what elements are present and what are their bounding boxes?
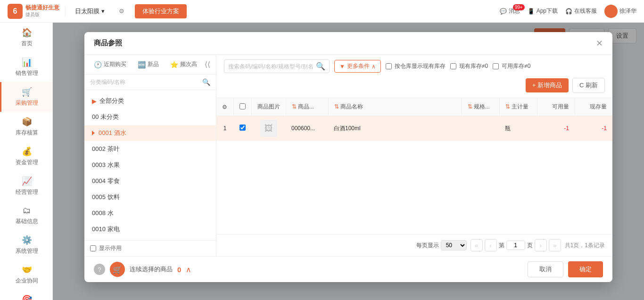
category-item-0005[interactable]: 0005 饮料 [84,189,216,205]
more-filters-button[interactable]: ▼ 更多条件 ∧ [334,60,381,73]
logo-sub: 捷员版 [25,11,59,18]
category-item-0003[interactable]: 0003 水果 [84,157,216,173]
selected-items-count: 0 [177,266,181,274]
row-code-cell: 000600... [286,116,328,141]
category-item-0001[interactable]: 0001 酒水 [84,125,216,141]
confirm-button[interactable]: 确定 [568,261,603,277]
sidebar-item-basic[interactable]: 🗂 基础信息 [0,201,52,230]
store-name: 日太阳膜 [75,7,99,16]
store-selector[interactable]: 日太阳膜 ▾ [71,5,108,17]
sidebar-item-purchase[interactable]: 🛒 采购管理 [0,82,52,112]
warehouse-checkbox[interactable] [386,63,392,69]
sidebar-item-guide[interactable]: 🎯 新手引导 [0,290,52,300]
category-item-all[interactable]: ▶ 全部分类 [84,93,216,109]
settings-icon[interactable]: ⚙ [114,4,129,19]
page-size-selector: 每页显示 10 20 50 100 [416,240,467,250]
row-spec-cell [462,116,499,141]
tab-frequent[interactable]: ⭐ 频次高 [166,58,201,70]
sidebar-item-system[interactable]: ⚙️ 系统管理 [0,230,52,260]
notifications-button[interactable]: 💬 消息 99+ [500,7,520,15]
logo-icon: 6 [8,4,23,19]
sales-icon: 📊 [22,57,32,67]
topbar-right: 💬 消息 99+ 📱 App下载 🎧 在线客服 徐泽华 [500,5,636,18]
available-nonzero-checkbox[interactable] [493,63,499,69]
category-item-0004[interactable]: 0004 零食 [84,173,216,189]
sidebar-item-system-label: 系统管理 [16,247,38,255]
sidebar-item-finance[interactable]: 💰 资金管理 [0,142,52,171]
col-name[interactable]: ⇅ 商品名称 [328,98,462,116]
category-list: ▶ 全部分类 00 未分类 0001 酒水 0002 茶叶 [84,90,216,240]
category-0005-label: 0005 饮料 [92,193,120,201]
col-unit[interactable]: ⇅ 主计量 [499,98,537,116]
warehouse-label: 按仓库显示现有库存 [395,62,446,70]
display-disabled-row: 显示停用 [84,240,216,256]
basic-icon: 🗂 [23,206,31,216]
refresh-products-button[interactable]: C 刷新 [572,78,605,93]
table-row[interactable]: 1 🖼 000600... 白酒100ml [216,116,612,141]
display-disabled-checkbox[interactable] [90,245,96,251]
category-item-0008[interactable]: 0008 水 [84,205,216,221]
category-0003-label: 0003 水果 [92,161,120,169]
row-checkbox[interactable] [239,125,246,131]
add-product-button[interactable]: + 新增商品 [526,78,569,92]
category-item-0002[interactable]: 0002 茶叶 [84,141,216,157]
warehouse-filter-group: 按仓库显示现有库存 [386,62,446,70]
help-icon[interactable]: ? [94,264,105,275]
sidebar: 🏠 首页 📊 销售管理 🛒 采购管理 📦 库存核算 💰 资金管理 📈 经营管理 … [0,23,53,300]
selected-items-label: 连续选择的商品 [130,265,173,274]
col-settings[interactable]: ⚙ [216,98,233,116]
collapse-selected-button[interactable]: ∧ [186,265,191,274]
cart-icon[interactable]: 🛒 [110,262,125,277]
cancel-button[interactable]: 取消 [528,261,563,277]
last-page-button[interactable]: » [549,239,561,251]
category-search-input[interactable] [90,79,199,85]
sidebar-item-home[interactable]: 🏠 首页 [0,23,52,52]
row-checkbox-cell[interactable] [233,116,251,141]
category-item-0010[interactable]: 0010 家电 [84,221,216,237]
col-spec[interactable]: ⇅ 规格... [462,98,499,116]
user-menu[interactable]: 徐泽华 [604,5,636,18]
prev-page-button[interactable]: ‹ [485,239,497,251]
tab-recent-label: 近期购买 [104,60,126,68]
avatar [604,5,618,18]
app-download-button[interactable]: 📱 App下载 [528,7,558,15]
product-table-wrap: ⚙ 商品图片 ⇅ 商品... [216,98,612,234]
sidebar-item-sales-label: 销售管理 [16,69,38,77]
collapse-left-panel-button[interactable]: ⟨⟨ [205,60,210,69]
product-search-button[interactable]: 🔍 [316,62,325,71]
available-nonzero-label: 可用库存≠0 [502,62,530,70]
sort-code-icon: ⇅ [292,103,297,110]
filter-icon: ▼ [339,63,345,70]
select-all-checkbox[interactable] [239,103,246,109]
sidebar-item-enterprise[interactable]: 🤝 企业协同 [0,260,52,290]
next-page-button[interactable]: › [535,239,547,251]
col-avail: 可用量 [537,98,575,116]
tab-recent[interactable]: 🕐 近期购买 [90,58,130,70]
online-service-button[interactable]: 🎧 在线客服 [565,7,597,15]
bell-icon: 💬 [500,8,507,15]
category-item-00[interactable]: 00 未分类 [84,109,216,125]
sidebar-item-basic-label: 基础信息 [16,217,38,225]
home-icon: 🏠 [22,27,32,38]
enterprise-icon: 🤝 [22,265,32,275]
modal-body: 🕐 近期购买 🆕 新品 ⭐ 频次高 ⟨⟨ [84,55,612,256]
sidebar-item-finance-label: 资金管理 [16,158,38,167]
sidebar-item-home-label: 首页 [21,40,33,48]
col-code[interactable]: ⇅ 商品... [286,98,328,116]
sidebar-item-operations[interactable]: 📈 经营管理 [0,171,52,201]
sidebar-item-sales[interactable]: 📊 销售管理 [0,52,52,82]
page-number-input[interactable] [506,241,525,250]
modal-footer: ? 🛒 连续选择的商品 0 ∧ 取消 确定 [84,256,612,282]
nonzero-label: 现有库存≠0 [459,62,488,70]
sidebar-item-enterprise-label: 企业协同 [16,277,38,285]
notifications-badge: 99+ [513,4,525,10]
product-search-input[interactable] [228,63,313,70]
nonzero-checkbox[interactable] [450,63,456,69]
first-page-button[interactable]: « [471,239,483,251]
page-size-select[interactable]: 10 20 50 100 [441,240,467,250]
tab-new[interactable]: 🆕 新品 [134,58,163,70]
sidebar-item-inventory[interactable]: 📦 库存核算 [0,112,52,142]
trial-button[interactable]: 体验行业方案 [135,4,187,18]
category-search-icon[interactable]: 🔍 [202,78,210,86]
modal-close-button[interactable]: ✕ [596,39,603,48]
